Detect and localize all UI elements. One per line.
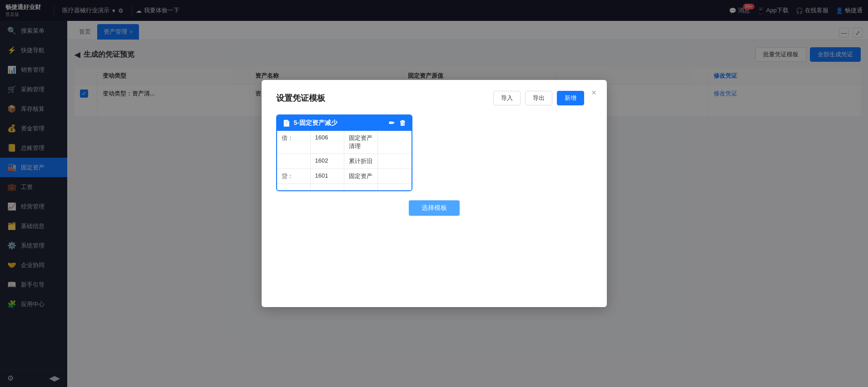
dialog-close-button[interactable]: × (589, 87, 600, 98)
template-cell-extra-1 (378, 131, 412, 154)
template-cell-name-2: 累计折旧 (344, 154, 378, 169)
dialog-body: 📄 5-固定资产减少 ✏ 🗑 借： 1606 固定资产清理 (276, 114, 592, 293)
template-cell-empty-3 (344, 184, 378, 190)
template-doc-icon: 📄 (283, 119, 290, 127)
template-cell-empty-1 (277, 184, 311, 190)
template-row-1: 借： 1606 固定资产清理 (277, 131, 412, 154)
dialog-action-buttons: 导入 导出 新增 (493, 91, 584, 105)
template-card-body: 借： 1606 固定资产清理 1602 累计折旧 贷： (277, 131, 412, 190)
template-cell-name-3: 固定资产 (344, 169, 378, 184)
template-cell-empty-2 (311, 184, 344, 190)
template-card-header: 📄 5-固定资产减少 ✏ 🗑 (277, 115, 412, 131)
select-template-button[interactable]: 选择模板 (409, 200, 460, 216)
template-cell-code-1: 1606 (311, 131, 344, 154)
template-row-3: 贷： 1601 固定资产 (277, 169, 412, 184)
dialog-set-template: 设置凭证模板 × 导入 导出 新增 📄 5-固定资产减少 ✏ 🗑 (262, 80, 607, 307)
template-row-4 (277, 184, 412, 190)
new-button[interactable]: 新增 (557, 91, 584, 105)
template-cell-extra-2 (378, 154, 412, 169)
template-header-left: 📄 5-固定资产减少 (283, 119, 337, 127)
template-cell-name-1: 固定资产清理 (344, 131, 378, 154)
modal-overlay: 设置凭证模板 × 导入 导出 新增 📄 5-固定资产减少 ✏ 🗑 (0, 0, 868, 387)
template-card: 📄 5-固定资产减少 ✏ 🗑 借： 1606 固定资产清理 (276, 114, 412, 191)
export-button[interactable]: 导出 (525, 91, 552, 105)
template-cell-direction-1: 借： (277, 131, 311, 154)
template-name: 5-固定资产减少 (294, 119, 337, 127)
template-header-actions: ✏ 🗑 (389, 119, 406, 127)
template-cell-code-2: 1602 (311, 154, 344, 169)
template-cell-code-3: 1601 (311, 169, 344, 184)
template-cell-direction-3: 贷： (277, 169, 311, 184)
template-cell-direction-2 (277, 154, 311, 169)
template-row-2: 1602 累计折旧 (277, 154, 412, 169)
template-delete-icon[interactable]: 🗑 (399, 119, 406, 127)
template-cell-extra-3 (378, 169, 412, 184)
template-cell-empty-4 (378, 184, 412, 190)
template-edit-icon[interactable]: ✏ (389, 119, 395, 127)
import-button[interactable]: 导入 (493, 91, 521, 105)
